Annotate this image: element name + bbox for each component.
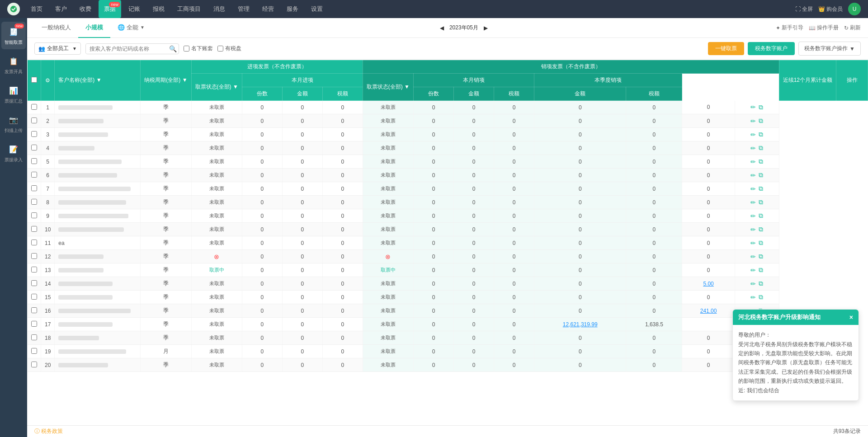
taxdisk-filter[interactable]: 有税盘 — [217, 45, 241, 52]
nav-fee[interactable]: 收费 — [74, 0, 97, 18]
row-checkbox[interactable] — [31, 172, 37, 178]
row-checkbox[interactable] — [31, 104, 37, 110]
edit-icon[interactable]: ✏ — [750, 117, 756, 125]
copy-icon[interactable]: ⧉ — [759, 253, 763, 260]
sidebar-item-invoice-summary[interactable]: 📊 票据汇总 — [1, 80, 26, 108]
client-name[interactable] — [55, 128, 141, 141]
qtr-amount-link[interactable]: 12,621,319.99 — [563, 321, 598, 328]
copy-icon[interactable]: ⧉ — [759, 266, 763, 274]
copy-icon[interactable]: ⧉ — [759, 212, 763, 220]
client-name[interactable] — [55, 101, 141, 114]
edit-icon[interactable]: ✏ — [750, 253, 756, 260]
search-input[interactable] — [86, 44, 167, 54]
edit-icon[interactable]: ✏ — [750, 240, 756, 247]
copy-icon[interactable]: ⧉ — [759, 103, 763, 111]
row-checkbox[interactable] — [31, 321, 37, 327]
client-name[interactable] — [55, 304, 141, 318]
edit-icon[interactable]: ✏ — [750, 267, 756, 274]
copy-icon[interactable]: ⧉ — [759, 185, 763, 193]
row-checkbox[interactable] — [31, 212, 37, 218]
client-name[interactable] — [55, 291, 141, 304]
row-checkbox[interactable] — [31, 253, 37, 259]
copy-icon[interactable]: ⧉ — [759, 144, 763, 152]
sidebar-item-smart-invoice[interactable]: new 🧾 智能取票 — [1, 22, 26, 49]
row-checkbox[interactable] — [31, 294, 37, 300]
nav-home[interactable]: 首页 — [25, 0, 48, 18]
employee-filter[interactable]: 👥 全部员工 ▼ — [34, 42, 81, 55]
row-checkbox[interactable] — [31, 199, 37, 205]
client-name[interactable] — [55, 169, 141, 182]
last12-link[interactable]: 5.00 — [703, 281, 713, 287]
client-name[interactable] — [55, 277, 141, 291]
last12-link[interactable]: 241.00 — [700, 308, 717, 314]
nav-tax[interactable]: 报税 — [147, 0, 170, 18]
nav-service[interactable]: 服务 — [281, 0, 304, 18]
tab-all-capable[interactable]: 🌐 全能 ▼ — [110, 18, 152, 38]
row-checkbox[interactable] — [31, 348, 37, 354]
taxdisk-checkbox[interactable] — [217, 46, 223, 52]
copy-icon[interactable]: ⧉ — [759, 158, 763, 165]
fullscreen-btn[interactable]: ⛶ 全屏 — [795, 5, 813, 13]
nav-business[interactable]: 工商项目 — [172, 0, 206, 18]
edit-icon[interactable]: ✏ — [750, 172, 756, 179]
nav-manage[interactable]: 管理 — [232, 0, 255, 18]
copy-icon[interactable]: ⧉ — [759, 131, 763, 138]
one-key-invoice-btn[interactable]: 一键取票 — [708, 42, 744, 55]
edit-icon[interactable]: ✏ — [750, 185, 756, 193]
row-checkbox[interactable] — [31, 117, 37, 123]
row-checkbox[interactable] — [31, 131, 37, 137]
client-name[interactable] — [55, 223, 141, 236]
next-period-btn[interactable]: ▶ — [484, 25, 488, 31]
client-name[interactable] — [55, 331, 141, 345]
copy-icon[interactable]: ⧉ — [759, 293, 763, 301]
row-checkbox[interactable] — [31, 240, 37, 245]
nav-operation[interactable]: 经营 — [257, 0, 279, 18]
copy-icon[interactable]: ⧉ — [759, 117, 763, 125]
tax-digital-account-btn[interactable]: 税务数字账户 — [748, 42, 795, 55]
copy-icon[interactable]: ⧉ — [759, 239, 763, 247]
row-checkbox[interactable] — [31, 185, 37, 191]
copy-icon[interactable]: ⧉ — [759, 171, 763, 179]
row-checkbox[interactable] — [31, 362, 37, 367]
client-name[interactable] — [55, 358, 141, 372]
client-name[interactable] — [55, 263, 141, 277]
client-name[interactable]: ea — [55, 236, 141, 250]
nav-message[interactable]: 消息 — [208, 0, 231, 18]
select-all-checkbox[interactable] — [31, 77, 37, 83]
manual-btn[interactable]: 📖 操作手册 — [809, 24, 839, 32]
edit-icon[interactable]: ✏ — [750, 212, 756, 220]
row-checkbox[interactable] — [31, 145, 37, 150]
refresh-btn[interactable]: ↻ 刷新 — [844, 24, 861, 32]
client-name[interactable] — [55, 196, 141, 209]
sidebar-item-scan-upload[interactable]: 📷 扫描上传 — [1, 110, 26, 137]
client-name[interactable] — [55, 155, 141, 169]
client-name[interactable] — [55, 114, 141, 128]
tab-general-taxpayer[interactable]: 一般纳税人 — [34, 18, 78, 38]
copy-icon[interactable]: ⧉ — [759, 280, 763, 287]
row-checkbox[interactable] — [31, 307, 37, 313]
client-name[interactable] — [55, 250, 141, 263]
subaccount-filter[interactable]: 名下账套 — [184, 45, 213, 52]
sidebar-item-invoice-entry[interactable]: 📝 票据录入 — [1, 139, 26, 167]
subaccount-checkbox[interactable] — [184, 46, 189, 52]
client-name[interactable] — [55, 318, 141, 331]
row-checkbox[interactable] — [31, 158, 37, 164]
edit-icon[interactable]: ✏ — [750, 280, 756, 287]
row-checkbox[interactable] — [31, 334, 37, 340]
tab-small-scale[interactable]: 小规模 — [78, 18, 110, 38]
edit-icon[interactable]: ✏ — [750, 131, 756, 138]
nav-customer[interactable]: 客户 — [50, 0, 72, 18]
new-guide-btn[interactable]: ✦ 新手引导 — [776, 24, 803, 32]
copy-icon[interactable]: ⧉ — [759, 198, 763, 206]
nav-bookkeeping[interactable]: 记账 — [123, 0, 146, 18]
client-name[interactable] — [55, 209, 141, 223]
row-checkbox[interactable] — [31, 267, 37, 273]
prev-period-btn[interactable]: ◀ — [440, 25, 444, 31]
edit-icon[interactable]: ✏ — [750, 103, 756, 111]
edit-icon[interactable]: ✏ — [750, 145, 756, 152]
edit-icon[interactable]: ✏ — [750, 199, 756, 206]
sidebar-item-open-invoice[interactable]: 📋 发票开具 — [1, 51, 26, 79]
member-btn[interactable]: 👑 购会员 — [818, 5, 843, 13]
edit-icon[interactable]: ✏ — [750, 294, 756, 301]
user-avatar[interactable]: U — [848, 3, 861, 15]
